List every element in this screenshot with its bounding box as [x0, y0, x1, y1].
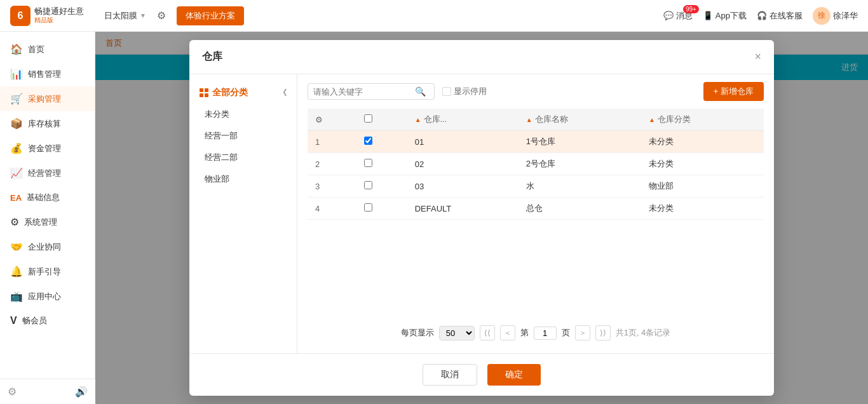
sidebar-label-purchase: 采购管理	[28, 93, 61, 105]
purchase-icon: 🛒	[10, 93, 23, 105]
table-header-row: ⚙ ▲ 仓库...	[308, 109, 764, 131]
sidebar-label-apps: 应用中心	[28, 291, 61, 302]
online-service-button[interactable]: 🎧 在线客服	[757, 10, 803, 22]
main-layout: 🏠 首页 📊 销售管理 🛒 采购管理 📦 库存核算 💰 资金管理 📈 经营管理 …	[0, 32, 868, 404]
row-num: 4	[308, 198, 356, 220]
search-icon[interactable]: 🔍	[415, 86, 426, 97]
row-checkbox[interactable]	[364, 137, 372, 145]
sidebar-item-inventory[interactable]: 📦 库存核算	[0, 111, 95, 136]
th-settings[interactable]: ⚙	[308, 109, 356, 131]
store-name: 日太阳膜	[104, 10, 137, 22]
search-input[interactable]	[313, 87, 415, 97]
settings-bottom-icon[interactable]: ⚙	[8, 386, 17, 398]
store-selector[interactable]: 日太阳膜 ▼	[99, 10, 151, 22]
add-warehouse-button[interactable]: + 新增仓库	[703, 82, 764, 101]
table-row[interactable]: 4 DEFAULT 总仓 未分类	[308, 198, 764, 220]
message-button[interactable]: 💬 消息 99+	[663, 10, 693, 22]
page-prev-button[interactable]: ＜	[500, 325, 515, 340]
sales-icon: 📊	[10, 68, 23, 80]
sidebar-bottom: ⚙ 🔊	[0, 379, 95, 404]
sidebar-item-system[interactable]: ⚙ 系统管理	[0, 210, 95, 234]
th-category-label: 仓库分类	[658, 114, 691, 125]
row-checkbox[interactable]	[364, 203, 372, 212]
row-check[interactable]	[356, 198, 407, 220]
store-arrow-icon: ▼	[140, 12, 146, 19]
modal-category-dept2[interactable]: 经营二部	[189, 147, 297, 168]
cancel-button[interactable]: 取消	[423, 364, 477, 386]
row-check[interactable]	[356, 131, 407, 153]
modal-category-uncategorized[interactable]: 未分类	[189, 104, 297, 125]
message-badge: 99+	[683, 5, 699, 13]
row-category: 未分类	[641, 198, 764, 220]
row-code: 03	[407, 175, 519, 198]
select-all-checkbox[interactable]	[364, 114, 372, 123]
search-box[interactable]: 🔍	[308, 83, 435, 100]
row-name: 水	[519, 175, 641, 198]
pagination: 每页显示 50 10 20 100 ⟨⟨ ＜ 第 页	[308, 318, 764, 346]
sidebar-item-member[interactable]: V 畅会员	[0, 309, 95, 333]
show-disabled-checkbox[interactable]	[442, 87, 451, 96]
row-check[interactable]	[356, 175, 407, 198]
sidebar-item-enterprise[interactable]: 🤝 企业协同	[0, 234, 95, 259]
table-row[interactable]: 3 03 水 物业部	[308, 175, 764, 198]
modal-overlay: 仓库 × 全部分类 《 未分类	[95, 32, 868, 404]
sidebar-label-guide: 新手引导	[28, 266, 61, 278]
th-check[interactable]	[356, 109, 407, 131]
table-row[interactable]: 1 01 1号仓库 未分类	[308, 131, 764, 153]
sidebar-item-home[interactable]: 🏠 首页	[0, 37, 95, 62]
collapse-button[interactable]: 《	[279, 88, 287, 98]
th-category[interactable]: ▲ 仓库分类	[641, 109, 764, 131]
row-category: 物业部	[641, 175, 764, 198]
sidebar-item-basic[interactable]: EA 基础信息	[0, 185, 95, 210]
th-code[interactable]: ▲ 仓库...	[407, 109, 519, 131]
page-last-button[interactable]: ⟩⟩	[595, 325, 611, 340]
page-number-input[interactable]	[534, 327, 557, 340]
page-unit: 页	[562, 327, 570, 339]
show-disabled-label[interactable]: 显示停用	[442, 86, 487, 97]
row-checkbox[interactable]	[364, 181, 372, 189]
row-name: 2号仓库	[519, 153, 641, 175]
page-first-button[interactable]: ⟨⟨	[480, 325, 495, 340]
sidebar: 🏠 首页 📊 销售管理 🛒 采购管理 📦 库存核算 💰 资金管理 📈 经营管理 …	[0, 32, 95, 404]
total-info: 共1页, 4条记录	[616, 327, 671, 339]
modal-header: 仓库 ×	[189, 40, 774, 74]
row-num: 1	[308, 131, 356, 153]
row-code: 01	[407, 131, 519, 153]
avatar: 徐	[813, 7, 831, 25]
modal-category-all[interactable]: 全部分类 《	[189, 82, 297, 104]
table-row[interactable]: 2 02 2号仓库 未分类	[308, 153, 764, 175]
modal-category-dept1[interactable]: 经营一部	[189, 125, 297, 147]
settings-icon[interactable]: ⚙	[151, 6, 172, 26]
confirm-button[interactable]: 确定	[487, 364, 541, 386]
guide-icon: 🔔	[10, 266, 23, 278]
row-check[interactable]	[356, 153, 407, 175]
finance-icon: 💰	[10, 142, 23, 154]
modal-category-property[interactable]: 物业部	[189, 168, 297, 190]
sidebar-item-sales[interactable]: 📊 销售管理	[0, 62, 95, 86]
modal-close-button[interactable]: ×	[754, 50, 761, 64]
modal-toolbar: 🔍 显示停用 + 新增仓库	[308, 82, 764, 101]
sidebar-item-guide[interactable]: 🔔 新手引导	[0, 259, 95, 284]
home-icon: 🏠	[10, 43, 23, 55]
user-menu[interactable]: 徐 徐泽华	[813, 7, 858, 25]
sidebar-item-purchase[interactable]: 🛒 采购管理	[0, 86, 95, 111]
speaker-icon[interactable]: 🔊	[75, 386, 88, 398]
trial-button[interactable]: 体验行业方案	[177, 6, 244, 25]
user-name: 徐泽华	[833, 10, 858, 22]
sidebar-item-operation[interactable]: 📈 经营管理	[0, 161, 95, 185]
apps-icon: 📺	[10, 290, 23, 302]
sidebar-label-enterprise: 企业协同	[28, 241, 61, 253]
sidebar-label-basic: 基础信息	[27, 192, 60, 203]
per-page-select[interactable]: 50 10 20 100	[439, 326, 475, 340]
page-next-button[interactable]: ＞	[575, 325, 590, 340]
modal-body: 全部分类 《 未分类 经营一部 经营二部 物业部	[189, 74, 774, 353]
th-name[interactable]: ▲ 仓库名称	[519, 109, 641, 131]
sidebar-label-member: 畅会员	[22, 315, 47, 327]
row-checkbox[interactable]	[364, 159, 372, 167]
sidebar-item-apps[interactable]: 📺 应用中心	[0, 284, 95, 309]
sidebar-item-finance[interactable]: 💰 资金管理	[0, 136, 95, 161]
operation-icon: 📈	[10, 167, 23, 179]
app-download-button[interactable]: 📱 App下载	[703, 10, 747, 22]
sidebar-label-finance: 资金管理	[28, 143, 61, 154]
grid-icon	[200, 88, 208, 97]
